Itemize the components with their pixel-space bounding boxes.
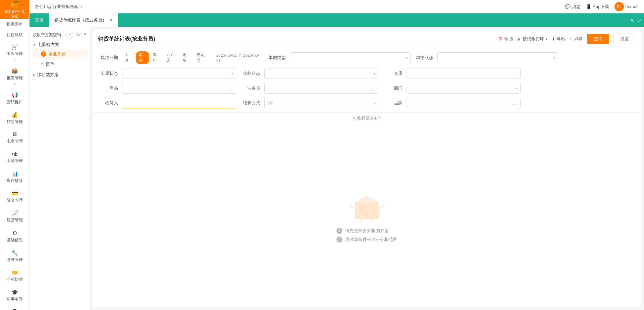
sidebar-item-marketing-label: 营销推广 (7, 99, 23, 105)
message-label: 消息 (572, 4, 581, 10)
doc-status-label: 单据状态 (415, 55, 433, 61)
tree-desktop-group[interactable]: ▼ 电脑端方案 (30, 40, 90, 49)
payment-status-select[interactable]: ▾ (264, 68, 378, 79)
right-content: 销货单统计表(按业务员) ❓ 帮助 🖨 按模板打印 ▾ ⬇ (90, 27, 644, 310)
edit-scheme-btn[interactable]: ✎ (75, 32, 82, 38)
print-btn[interactable]: 🖨 按模板打印 ▾ (517, 36, 547, 42)
print-label: 按模板打印 (523, 36, 544, 42)
sales-icon: 💰 (11, 112, 18, 118)
by-salesperson-label: 按业务员 (48, 51, 66, 57)
breadcrumb-dropdown-icon[interactable]: ▾ (80, 4, 83, 9)
collapse-conditions-btn[interactable]: ⋀ 收起更多条件 (353, 115, 381, 121)
department-select[interactable]: ▾ (407, 83, 521, 94)
retail-arrow: ▼ (13, 58, 16, 61)
sidebar-item-basic[interactable]: ⚙ 基础信息 (0, 226, 29, 246)
product-label: 商品 (98, 85, 118, 91)
breadcrumb-text: 办公用品行业模拟账套 (35, 4, 78, 10)
tab-close-all-btn[interactable]: ✕ (630, 17, 634, 23)
sidebar-item-enterprise[interactable]: 🤝 企业协同 (0, 266, 29, 286)
sidebar-item-system[interactable]: 🔧 系统管理 (0, 246, 29, 266)
department-chevron: ▾ (516, 87, 518, 90)
salesperson-dots: … (370, 86, 375, 91)
sidebar-item-purchase[interactable]: 🛍 采购管理 (0, 148, 29, 167)
topbar: 办公用品行业模拟账套 ▾ 💬 消息 📱 App下载 Ea demo2 (30, 0, 644, 13)
user-menu[interactable]: Ea demo2 (614, 2, 639, 11)
date-filter-label: 单据日期 (98, 55, 118, 61)
svg-line-7 (350, 206, 355, 209)
receiver-dots: … (229, 100, 233, 105)
sidebar-item-marketing[interactable]: 📢 营销推广 (0, 89, 29, 108)
print-icon: 🖨 (517, 37, 521, 42)
tab-close-icon[interactable]: ✕ (109, 18, 113, 22)
product-select[interactable]: … (122, 83, 236, 94)
query-btn[interactable]: 查询 (587, 34, 609, 44)
filter-row-1: 单据日期 上月 本月 本年 近7天 更多 自定义 2023-03-01 至 20… (98, 51, 636, 64)
payment-status-label: 收款状态 (240, 70, 260, 76)
help-icon: ❓ (497, 37, 503, 42)
sidebar-item-inventory[interactable]: 📊 库存核算 (0, 167, 29, 187)
product-dots: … (228, 86, 233, 91)
sidebar-item-finance[interactable]: 💳 资金管理 (0, 187, 29, 207)
inventory-icon: 📊 (11, 170, 18, 177)
refresh-label: 刷新 (574, 36, 583, 42)
tabbar: 首页 销货单统计表（按业务员） ✕ ✕ ⤢ (30, 13, 644, 27)
page-header: 销货单统计表(按业务员) ❓ 帮助 🖨 按模板打印 ▾ ⬇ (93, 30, 641, 47)
stock-status-select[interactable]: ▾ (122, 68, 236, 79)
date-tab-more[interactable]: 更多 (180, 51, 193, 64)
date-tab-last-month[interactable]: 上月 (122, 51, 135, 64)
sidebar-item-newbie[interactable]: 🎓 新手引导 (0, 286, 29, 306)
receiver-input[interactable]: … (122, 98, 236, 108)
sidebar-item-operation[interactable]: 📈 经营管理 (0, 207, 29, 226)
tab-sales-stat[interactable]: 销货单统计表（按业务员） ✕ (49, 13, 118, 27)
sidebar: 🍊 畅捷通好生意 标版 搜索菜单 快捷导航 🛒 零售管理 ▼ 📦 批发管理 ▲ … (0, 0, 30, 310)
reset-btn[interactable]: 设置 (613, 34, 636, 44)
left-panel-header-actions: + ✎ « (66, 32, 86, 38)
doc-status-select[interactable]: ▾ (437, 52, 558, 63)
settlement-tag: × (267, 101, 273, 105)
by-order-icon: ≡ (41, 61, 44, 67)
export-btn[interactable]: ⬇ 导出 (551, 36, 565, 42)
warehouse-select[interactable]: … (407, 68, 521, 79)
ecommerce-icon: 🖥 (12, 132, 17, 138)
app-download-btn[interactable]: 📱 App下载 (586, 4, 609, 10)
doc-type-select[interactable]: ▾ (290, 52, 411, 63)
date-tab-this-month[interactable]: 本月 (136, 51, 149, 64)
sidebar-item-retail[interactable]: 🛒 零售管理 ▼ (0, 40, 29, 64)
settlement-label: 结算方式 (240, 100, 260, 106)
date-tab-7days[interactable]: 近7天 (164, 51, 179, 64)
brand-select[interactable]: … (407, 98, 521, 108)
quick-nav-item[interactable]: 快捷导航 (0, 30, 29, 40)
left-panel-title: 按以下方案查询 (33, 32, 61, 38)
tree-item-by-salesperson[interactable]: 人 按业务员 (32, 49, 88, 59)
settlement-remove-btn[interactable]: × (270, 101, 272, 105)
tree-mobile-group[interactable]: ▶ 移动端方案 (30, 70, 90, 79)
settlement-select[interactable]: × ▾ (264, 98, 378, 108)
sidebar-item-sales[interactable]: 💰 销售管理 (0, 108, 29, 128)
tab-home[interactable]: 首页 (30, 13, 49, 27)
sidebar-item-ecommerce-label: 电商管理 (7, 139, 23, 144)
sidebar-item-sales-label: 销售管理 (7, 119, 23, 125)
search-menu-item[interactable]: 搜索菜单 (0, 19, 29, 30)
add-scheme-btn[interactable]: + (66, 32, 73, 38)
tree-item-by-order[interactable]: ≡ 按单 (32, 59, 88, 69)
sidebar-item-enterprise-label: 企业协同 (7, 277, 23, 282)
print-dropdown-icon: ▾ (546, 37, 547, 41)
message-btn[interactable]: 💬 消息 (565, 4, 581, 10)
refresh-btn[interactable]: ↻ 刷新 (569, 36, 583, 42)
sidebar-item-wholesale[interactable]: 📦 批发管理 ▲ (0, 64, 29, 89)
date-tab-custom[interactable]: 自定义 (194, 51, 211, 64)
salesperson-select[interactable]: … (264, 83, 378, 94)
tip1-num: 1 (336, 228, 342, 234)
sidebar-item-ecommerce[interactable]: 🖥 电商管理 (0, 128, 29, 148)
page-title: 销货单统计表(按业务员) (98, 36, 155, 43)
tab-expand-btn[interactable]: ⤢ (637, 17, 641, 23)
export-icon: ⬇ (551, 37, 555, 42)
brand-dots: … (513, 100, 518, 106)
collapse-panel-btn[interactable]: « (84, 32, 86, 38)
sidebar-item-apps[interactable]: 📱 应用中心 (0, 306, 29, 310)
stock-status-chevron: ▾ (231, 72, 233, 75)
date-tab-this-year[interactable]: 本年 (150, 51, 163, 64)
help-btn[interactable]: ❓ 帮助 (497, 36, 513, 42)
collapse-label: 收起更多条件 (357, 115, 381, 121)
sidebar-item-finance-label: 资金管理 (7, 198, 23, 203)
